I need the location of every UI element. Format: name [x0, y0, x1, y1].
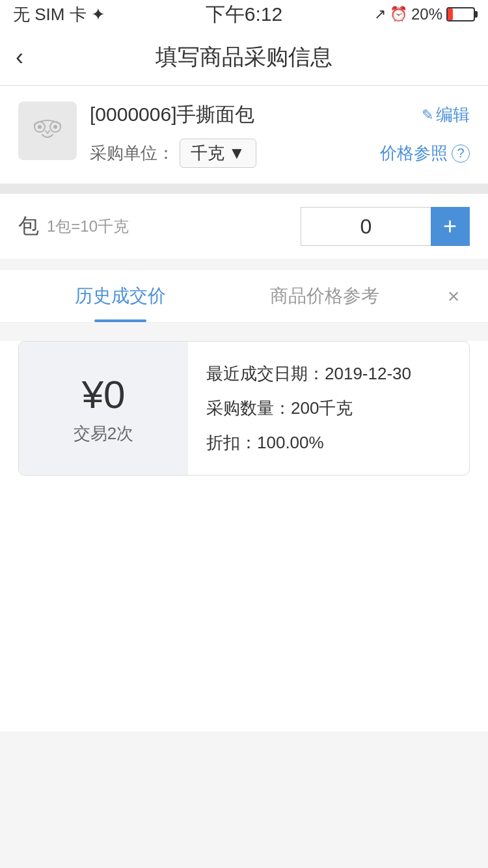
unit-icon: 包	[18, 212, 39, 241]
price-card: ¥0 交易2次 最近成交日期：2019-12-30 采购数量：200千克 折扣：…	[18, 341, 470, 476]
quantity-plus-button[interactable]: +	[431, 207, 470, 246]
edit-icon: ✎	[422, 107, 433, 124]
discount-row: 折扣：100.00%	[206, 431, 451, 454]
product-section: [0000006]手撕面包 ✎ 编辑 采购单位： 千克 ▼ 价格参照 ?	[0, 86, 488, 183]
svg-point-2	[38, 125, 42, 129]
quantity-label: 包 1包=10千克	[18, 212, 129, 241]
price-ref-label: 价格参照	[380, 142, 448, 165]
page-title: 填写商品采购信息	[156, 42, 332, 72]
quantity-input[interactable]	[301, 207, 431, 246]
purchase-qty-row: 采购数量：200千克	[206, 397, 451, 420]
edit-label: 编辑	[436, 103, 470, 126]
product-thumbnail	[18, 102, 77, 160]
battery-fill	[448, 8, 453, 20]
tab-underline	[94, 319, 146, 322]
sub-unit-label: 1包=10千克	[47, 216, 129, 237]
location-icon: ↗	[374, 6, 386, 23]
product-info: [0000006]手撕面包 ✎ 编辑 采购单位： 千克 ▼ 价格参照 ?	[90, 102, 470, 168]
back-button[interactable]: ‹	[16, 44, 23, 71]
sim-status: 无 SIM 卡 ✦	[13, 3, 105, 26]
status-right: ↗ ⏰ 20%	[374, 5, 475, 23]
quantity-input-row: +	[301, 207, 470, 246]
unit-dropdown[interactable]: 千克 ▼	[180, 139, 256, 168]
product-name: [0000006]手撕面包	[90, 102, 254, 128]
tab-history-price-label: 历史成交价	[75, 284, 166, 308]
recent-date-label: 最近成交日期：	[206, 364, 325, 383]
alarm-icon: ⏰	[390, 6, 407, 23]
product-logo-icon	[28, 111, 67, 150]
purchase-unit-label: 采购单位： 千克 ▼	[90, 139, 256, 168]
recent-date-value: 2019-12-30	[325, 364, 411, 383]
battery-percent: 20%	[411, 5, 442, 23]
tabs-container: 历史成交价 商品价格参考 ×	[0, 270, 488, 323]
unit-value: 千克	[191, 142, 224, 165]
tab-history-price[interactable]: 历史成交价	[18, 270, 223, 322]
price-card-right: 最近成交日期：2019-12-30 采购数量：200千克 折扣：100.00%	[188, 342, 469, 475]
discount-label: 折扣：	[206, 433, 257, 452]
price-amount: ¥0	[82, 372, 126, 417]
tab-product-price-ref-label: 商品价格参考	[270, 284, 379, 308]
nav-bar: ‹ 填写商品采购信息	[0, 29, 488, 86]
status-left: 无 SIM 卡 ✦	[13, 3, 105, 26]
quantity-section: 包 1包=10千克 +	[0, 194, 488, 260]
price-times: 交易2次	[74, 422, 133, 445]
svg-point-3	[53, 125, 57, 129]
recent-date-row: 最近成交日期：2019-12-30	[206, 362, 451, 385]
status-bar: 无 SIM 卡 ✦ 下午6:12 ↗ ⏰ 20%	[0, 0, 488, 29]
tab-product-price-ref[interactable]: 商品价格参考	[223, 270, 427, 322]
purchase-qty-label: 采购数量：	[206, 398, 291, 418]
section-divider	[0, 183, 488, 194]
question-icon: ?	[452, 144, 470, 163]
dropdown-arrow-icon: ▼	[228, 143, 245, 163]
body-area: ¥0 交易2次 最近成交日期：2019-12-30 采购数量：200千克 折扣：…	[0, 341, 488, 731]
price-ref-link[interactable]: 价格参照 ?	[380, 142, 470, 165]
close-button[interactable]: ×	[437, 280, 470, 312]
discount-value: 100.00%	[257, 433, 324, 452]
status-time: 下午6:12	[206, 1, 282, 28]
edit-link[interactable]: ✎ 编辑	[422, 103, 470, 126]
price-card-left: ¥0 交易2次	[19, 342, 188, 475]
tabs-header: 历史成交价 商品价格参考 ×	[0, 270, 488, 322]
purchase-qty-value: 200千克	[291, 398, 353, 418]
battery-indicator	[446, 7, 475, 21]
